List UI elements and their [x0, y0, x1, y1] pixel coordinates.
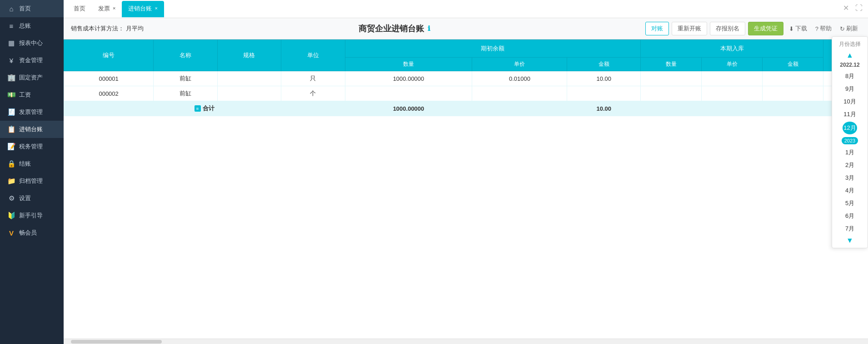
sidebar-item-reports[interactable]: ▦ 报表中心 [0, 34, 64, 52]
download-icon: ⬇ [789, 25, 794, 32]
sidebar-item-assets[interactable]: 🏢 固定资产 [0, 69, 64, 86]
month-item-10[interactable]: 10月 [832, 95, 868, 108]
tab-invoice-label: 发票 [98, 5, 110, 13]
month-prev-button[interactable]: ▲ [843, 51, 857, 60]
maximize-button[interactable]: ⛶ [853, 4, 864, 13]
month-item-12[interactable]: 12月 [843, 122, 857, 134]
col-header-spec: 规格 [217, 40, 281, 71]
cell-qi-price: 0.01000 [472, 71, 567, 86]
tab-purchase-sale-label: 进销台账 [128, 5, 152, 13]
cell-name: 前缸 [154, 71, 217, 86]
sidebar-label-closing: 结账 [19, 160, 31, 168]
reopen-button[interactable]: 重新开账 [672, 22, 707, 35]
tab-purchase-sale-close[interactable]: × [155, 6, 157, 11]
invoice-mgmt-icon: 🧾 [7, 108, 15, 116]
cell-qi-amount: 10.00 [567, 71, 641, 86]
sidebar-label-tax: 税务管理 [19, 143, 43, 151]
year-2023-badge: 2023 [842, 137, 858, 144]
archive-icon: 📁 [7, 177, 15, 185]
sidebar-item-archive[interactable]: 📁 归档管理 [0, 172, 64, 190]
sidebar-item-closing[interactable]: 🔒 结账 [0, 155, 64, 172]
sidebar-label-ledger: 总账 [19, 22, 31, 30]
cost-method-value: 月平均 [126, 25, 144, 33]
refresh-button[interactable]: ↻ 刷新 [837, 22, 861, 35]
col-sub-in-amount: 金额 [763, 58, 823, 71]
generate-voucher-button[interactable]: 生成凭证 [748, 22, 783, 35]
sidebar-item-purchase-sale[interactable]: 📋 进销台账 [0, 121, 64, 138]
sidebar-item-settings[interactable]: ⚙ 设置 [0, 190, 64, 207]
cell-id: 000001 [64, 71, 154, 86]
scrollbar-thumb[interactable] [71, 340, 162, 344]
month-item-2[interactable]: 2月 [832, 159, 868, 172]
col-header-id: 编号 [64, 40, 154, 71]
tab-purchase-sale[interactable]: 进销台账 × [122, 1, 164, 17]
cell-in-amount [763, 86, 823, 101]
month-item-11[interactable]: 11月 [832, 108, 868, 121]
download-button[interactable]: ⬇ 下载 [786, 22, 810, 35]
total-in-qty [641, 101, 702, 116]
sidebar-label-archive: 归档管理 [19, 177, 43, 185]
refresh-icon: ↻ [840, 25, 845, 32]
sidebar-label-guide: 新手引导 [19, 211, 43, 220]
month-next-button[interactable]: ▼ [843, 236, 857, 245]
total-row: ≡ 合计 1000.00000 10.00 [64, 101, 868, 116]
sidebar-item-invoice-mgmt[interactable]: 🧾 发票管理 [0, 103, 64, 121]
main-content: ✕ ⛶ 首页 发票 × 进销台账 × 销售成本计算方法： 月平均 商贸企业进销台… [64, 0, 868, 344]
save-alias-button[interactable]: 存报别名 [710, 22, 745, 35]
col-sub-qi-price: 单价 [472, 58, 567, 71]
month-item-9[interactable]: 9月 [832, 83, 868, 95]
month-nav-up: ▲ [832, 50, 868, 61]
horizontal-scrollbar[interactable] [64, 339, 868, 344]
home-icon: ⌂ [7, 5, 15, 13]
top-bar: 销售成本计算方法： 月平均 商贸企业进销台账 ℹ 对账 重新开账 存报别名 生成… [64, 18, 868, 39]
sidebar-item-tax[interactable]: 📝 税务管理 [0, 138, 64, 155]
help-button[interactable]: ? 帮助 [813, 22, 834, 35]
month-item-8[interactable]: 8月 [832, 70, 868, 83]
assets-icon: 🏢 [7, 74, 15, 82]
sidebar-item-guide[interactable]: 🔰 新手引导 [0, 207, 64, 224]
month-nav-down: ▼ [832, 235, 868, 246]
total-text: 合计 [203, 104, 215, 113]
cell-qi-amount [567, 86, 641, 101]
col-sub-in-price: 单价 [702, 58, 763, 71]
purchase-sale-icon: 📋 [7, 125, 15, 133]
month-item-6[interactable]: 6月 [832, 210, 868, 222]
sidebar-item-salary[interactable]: 💵 工资 [0, 86, 64, 103]
month-item-1[interactable]: 1月 [832, 146, 868, 159]
sidebar-label-purchase-sale: 进销台账 [19, 125, 43, 133]
reconcile-button[interactable]: 对账 [645, 22, 669, 35]
help-icon: ? [815, 25, 818, 32]
minimize-button[interactable]: ✕ [841, 4, 851, 13]
col-sub-qi-amount: 金额 [567, 58, 641, 71]
cell-spec [217, 71, 281, 86]
month-item-7[interactable]: 7月 [832, 222, 868, 235]
sidebar-label-settings: 设置 [19, 194, 31, 202]
finance-icon: ¥ [7, 57, 15, 64]
action-buttons: 对账 重新开账 存报别名 生成凭证 ⬇ 下载 ? 帮助 ↻ 刷新 [645, 22, 861, 35]
sidebar-item-home[interactable]: ⌂ 首页 [0, 0, 64, 17]
cell-in-price [702, 86, 763, 101]
sidebar-item-vip[interactable]: V 畅会员 [0, 224, 64, 241]
cell-id: 000002 [64, 86, 154, 101]
month-selector-panel: 月份选择 ▲ 2022.12 8月 9月 10月 11月 12月 2023 1月… [832, 36, 868, 248]
total-in-amount [763, 101, 823, 116]
month-item-3[interactable]: 3月 [832, 172, 868, 184]
col-header-unit: 单位 [281, 40, 345, 71]
window-controls: ✕ ⛶ [841, 4, 864, 13]
col-header-qi: 期初余额 [345, 40, 641, 58]
table-row: 000002 前缸 个 [64, 86, 868, 101]
sidebar-item-finance[interactable]: ¥ 资金管理 [0, 52, 64, 69]
sidebar-item-ledger[interactable]: ≡ 总账 [0, 17, 64, 34]
tab-home-label: 首页 [74, 5, 85, 13]
tab-invoice[interactable]: 发票 × [92, 1, 122, 17]
total-qi-amount: 10.00 [567, 101, 641, 116]
month-item-5[interactable]: 5月 [832, 197, 868, 210]
year-2022-label: 2022.12 [832, 61, 868, 70]
info-icon[interactable]: ℹ [428, 25, 430, 33]
salary-icon: 💵 [7, 91, 15, 99]
tab-home[interactable]: 首页 [67, 1, 92, 17]
month-item-4[interactable]: 4月 [832, 184, 868, 197]
data-table: 编号 名称 规格 单位 期初余额 本期入库 数 数量 单价 金额 数量 单价 [64, 39, 868, 116]
tab-invoice-close[interactable]: × [113, 6, 115, 11]
tax-icon: 📝 [7, 143, 15, 151]
